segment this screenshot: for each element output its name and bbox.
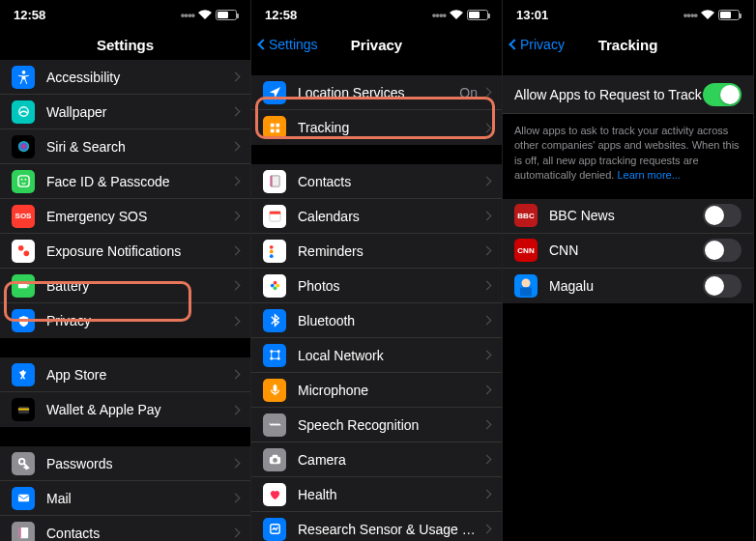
wifi-icon (450, 8, 463, 22)
photos-icon (263, 274, 286, 298)
row-calendars[interactable]: Calendars (251, 199, 502, 234)
app-store-icon (12, 363, 35, 386)
row-siri-search[interactable]: Siri & Search (0, 129, 250, 164)
mail-icon (12, 487, 35, 510)
svg-point-30 (269, 254, 273, 258)
app-row-bbc-news[interactable]: BBCBBC News (503, 199, 753, 234)
magalu-app-icon (514, 274, 538, 298)
location-services-icon (263, 81, 286, 104)
row-label: Location Services (298, 85, 459, 100)
row-bluetooth[interactable]: Bluetooth (251, 303, 502, 338)
chevron-right-icon (482, 385, 492, 395)
row-detail: On (459, 85, 478, 100)
svg-rect-3 (17, 176, 28, 186)
privacy-list[interactable]: Location ServicesOnTracking ContactsCale… (251, 60, 502, 541)
signal-icon: •••• (683, 8, 697, 22)
chevron-right-icon (231, 459, 241, 469)
chevron-right-icon (231, 212, 241, 221)
row-accessibility[interactable]: Accessibility (0, 60, 250, 95)
siri-search-icon (12, 135, 35, 158)
status-bar: 12:58 •••• (0, 0, 250, 29)
row-speech-recognition[interactable]: Speech Recognition (251, 408, 502, 442)
status-icons: •••• (683, 8, 740, 22)
row-contacts[interactable]: Contacts (251, 164, 502, 199)
row-tracking[interactable]: Tracking (251, 110, 502, 145)
local-network-icon (263, 344, 286, 367)
speech-recognition-icon (263, 413, 286, 437)
svg-point-31 (273, 281, 276, 285)
chevron-left-icon (257, 39, 268, 49)
chevron-right-icon (231, 316, 241, 326)
research-sensor-usage-data-icon (263, 518, 286, 541)
row-wallpaper[interactable]: Wallpaper (0, 95, 250, 129)
row-app-store[interactable]: App Store (0, 357, 250, 392)
battery-icon (467, 10, 488, 20)
back-button[interactable]: Privacy (510, 37, 565, 52)
row-label: Passwords (46, 456, 232, 471)
row-health[interactable]: Health (251, 477, 502, 512)
row-privacy[interactable]: Privacy (0, 303, 250, 338)
app-row-magalu[interactable]: Magalu (503, 269, 753, 303)
row-location-services[interactable]: Location ServicesOn (251, 75, 502, 110)
row-local-network[interactable]: Local Network (251, 338, 502, 373)
row-label: Local Network (298, 348, 483, 363)
row-research-sensor-usage-data[interactable]: Research Sensor & Usage Data (251, 512, 502, 541)
chevron-right-icon (231, 370, 241, 380)
row-battery[interactable]: Battery (0, 269, 250, 303)
chevron-right-icon (482, 316, 492, 326)
screen-tracking: 13:01 •••• Privacy Tracking Allow Apps t… (503, 0, 754, 541)
face-id-passcode-icon (12, 170, 35, 193)
row-emergency-sos[interactable]: SOSEmergency SOS (0, 199, 250, 234)
allow-tracking-toggle[interactable] (703, 83, 741, 106)
settings-list[interactable]: AccessibilityWallpaperSiri & SearchFace … (0, 60, 250, 541)
svg-point-32 (276, 284, 279, 288)
row-face-id-passcode[interactable]: Face ID & Passcode (0, 164, 250, 199)
row-microphone[interactable]: Microphone (251, 373, 502, 408)
row-photos[interactable]: Photos (251, 269, 502, 303)
row-label: App Store (46, 367, 232, 383)
row-label: Contacts (46, 526, 232, 541)
chevron-right-icon (231, 405, 241, 414)
chevron-right-icon (482, 212, 492, 221)
cnn-toggle[interactable] (703, 239, 741, 262)
row-camera[interactable]: Camera (251, 442, 502, 477)
row-label: Contacts (298, 174, 483, 189)
chevron-right-icon (482, 525, 492, 534)
svg-rect-39 (273, 384, 276, 392)
row-label: Photos (298, 278, 483, 294)
app-label: BBC News (549, 208, 703, 223)
row-label: Calendars (298, 209, 483, 224)
row-exposure-notifications[interactable]: Exposure Notifications (0, 234, 250, 269)
camera-icon (263, 448, 286, 471)
bbc-news-app-icon: BBC (514, 204, 538, 227)
bbc-news-toggle[interactable] (703, 204, 741, 227)
row-passwords[interactable]: Passwords (0, 446, 250, 481)
battery-icon (718, 10, 740, 20)
row-reminders[interactable]: Reminders (251, 234, 502, 269)
tracking-list[interactable]: Allow Apps to Request to Track Allow app… (503, 60, 753, 541)
chevron-right-icon (231, 494, 241, 503)
wifi-icon (701, 8, 714, 22)
magalu-toggle[interactable] (703, 274, 741, 298)
row-wallet-apple-pay[interactable]: Wallet & Apple Pay (0, 392, 250, 427)
allow-tracking-label: Allow Apps to Request to Track (514, 87, 703, 102)
row-contacts[interactable]: Contacts (0, 516, 250, 541)
row-label: Mail (46, 491, 232, 506)
cnn-app-icon: CNN (514, 239, 538, 262)
tracking-footer: Allow apps to ask to track your activity… (503, 118, 753, 199)
reminders-icon (263, 240, 286, 263)
svg-rect-46 (520, 287, 532, 296)
svg-point-6 (17, 245, 23, 251)
row-label: Health (298, 487, 483, 502)
svg-rect-8 (17, 283, 26, 289)
row-label: Emergency SOS (46, 209, 232, 224)
allow-tracking-row[interactable]: Allow Apps to Request to Track (503, 75, 753, 114)
learn-more-link[interactable]: Learn more... (617, 169, 680, 181)
row-label: Microphone (298, 383, 483, 398)
row-mail[interactable]: Mail (0, 481, 250, 516)
calendars-icon (263, 205, 286, 228)
app-row-cnn[interactable]: CNNCNN (503, 234, 753, 269)
back-button[interactable]: Settings (259, 37, 318, 52)
svg-point-7 (23, 251, 29, 257)
wallpaper-icon (12, 100, 35, 124)
